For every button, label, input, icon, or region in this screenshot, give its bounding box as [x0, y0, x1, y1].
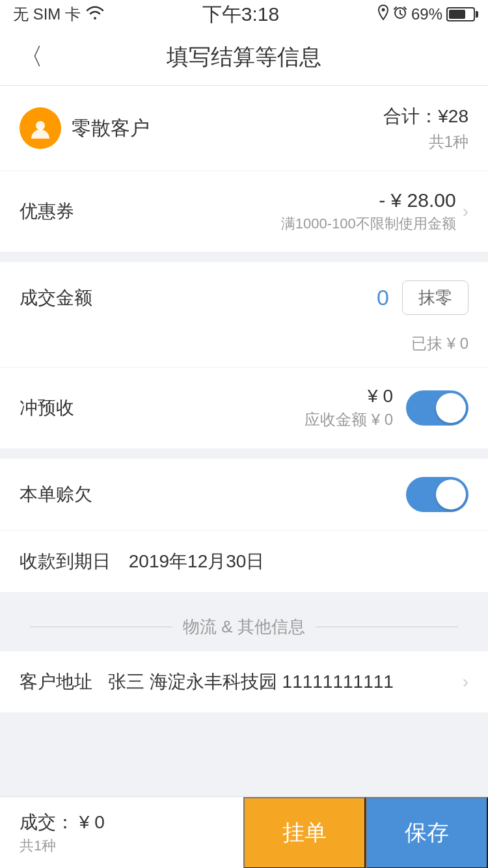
customer-total: 合计：¥28 共1种	[383, 104, 468, 152]
deal-right: 0 抹零	[377, 280, 468, 315]
address-chevron-icon: ›	[463, 671, 468, 692]
toggle-knob	[436, 393, 466, 423]
svg-line-4	[394, 7, 396, 9]
coupon-label: 优惠券	[20, 199, 74, 224]
coupon-info: - ¥ 28.00 满1000-100不限制使用金额	[281, 189, 456, 234]
location-icon	[377, 5, 389, 24]
deal-sub: 已抹 ¥ 0	[0, 333, 488, 367]
nav-bar: 〈 填写结算等信息	[0, 29, 488, 86]
logistics-header: 物流 & 其他信息	[0, 603, 488, 651]
svg-line-3	[400, 14, 402, 15]
status-right: 69%	[377, 5, 475, 24]
address-value: 张三 海淀永丰科技园 11111111111	[108, 670, 463, 694]
coupon-right: - ¥ 28.00 满1000-100不限制使用金额 ›	[281, 189, 468, 234]
summary-count: 共1种	[20, 836, 224, 856]
page-title: 填写结算等信息	[56, 42, 432, 72]
hang-button[interactable]: 挂单	[243, 797, 366, 869]
deal-value: 0	[377, 285, 389, 310]
logistics-label: 物流 & 其他信息	[183, 616, 305, 638]
deal-label: 成交金额	[20, 286, 92, 310]
chevron-right-icon: ›	[463, 201, 468, 222]
prepay-sub: 应收金额 ¥ 0	[305, 409, 393, 430]
alarm-icon	[393, 5, 407, 23]
address-row[interactable]: 客户地址 张三 海淀永丰科技园 11111111111 ›	[0, 651, 488, 712]
round-button[interactable]: 抹零	[402, 280, 468, 315]
status-left: 无 SIM 卡	[13, 4, 104, 25]
prepay-right: ¥ 0 应收金额 ¥ 0	[305, 386, 468, 430]
prepay-info: ¥ 0 应收金额 ¥ 0	[305, 386, 393, 430]
address-label: 客户地址	[20, 670, 92, 694]
coupon-amount: - ¥ 28.00	[281, 189, 456, 211]
summary-label: 成交：	[20, 812, 74, 832]
address-section: 客户地址 张三 海淀永丰科技园 11111111111 ›	[0, 651, 488, 712]
due-date-value: 2019年12月30日	[129, 551, 265, 571]
status-time: 下午3:18	[202, 1, 279, 28]
customer-name: 零散客户	[72, 115, 150, 142]
coupon-desc: 满1000-100不限制使用金额	[281, 214, 456, 234]
due-date-row: 收款到期日 2019年12月30日	[0, 530, 488, 592]
customer-left: 零散客户	[20, 107, 150, 149]
coupon-row[interactable]: 优惠券 - ¥ 28.00 满1000-100不限制使用金额 ›	[0, 170, 488, 252]
debt-label: 本单赊欠	[20, 482, 92, 507]
bottom-bar: 成交： ¥ 0 共1种 挂单 保存	[0, 796, 488, 868]
debt-section: 本单赊欠 收款到期日 2019年12月30日	[0, 459, 488, 592]
summary-amount: ¥ 0	[79, 812, 105, 832]
logistics-section: 物流 & 其他信息	[0, 603, 488, 651]
total-amount: 合计：¥28	[383, 104, 468, 129]
customer-section: 零散客户 合计：¥28 共1种 优惠券 - ¥ 28.00 满1000-100不…	[0, 86, 488, 252]
battery-percent: 69%	[411, 5, 442, 23]
customer-row: 零散客户 合计：¥28 共1种	[0, 86, 488, 170]
save-button[interactable]: 保存	[366, 797, 488, 869]
due-date-label: 收款到期日	[20, 551, 111, 571]
prepay-toggle[interactable]	[406, 390, 468, 426]
total-count: 共1种	[383, 131, 468, 152]
svg-line-5	[404, 7, 406, 9]
battery-icon	[446, 7, 475, 21]
bottom-summary-line1: 成交： ¥ 0	[20, 810, 224, 835]
wifi-icon	[86, 5, 104, 23]
avatar	[20, 107, 61, 149]
debt-toggle[interactable]	[406, 477, 468, 512]
deal-section: 成交金额 0 抹零 已抹 ¥ 0 冲预收 ¥ 0 应收金额 ¥ 0	[0, 262, 488, 448]
sim-label: 无 SIM 卡	[13, 4, 81, 25]
status-bar: 无 SIM 卡 下午3:18 69%	[0, 0, 488, 29]
prepay-row: 冲预收 ¥ 0 应收金额 ¥ 0	[0, 367, 488, 448]
debt-row: 本单赊欠	[0, 459, 488, 530]
back-button[interactable]: 〈	[20, 41, 43, 73]
svg-point-6	[36, 121, 45, 130]
prepay-label: 冲预收	[20, 396, 74, 420]
prepay-amount: ¥ 0	[305, 386, 393, 407]
toggle-knob-debt	[436, 480, 466, 509]
deal-row: 成交金额 0 抹零	[0, 262, 488, 333]
svg-point-0	[381, 8, 385, 12]
bottom-summary: 成交： ¥ 0 共1种	[0, 810, 243, 856]
